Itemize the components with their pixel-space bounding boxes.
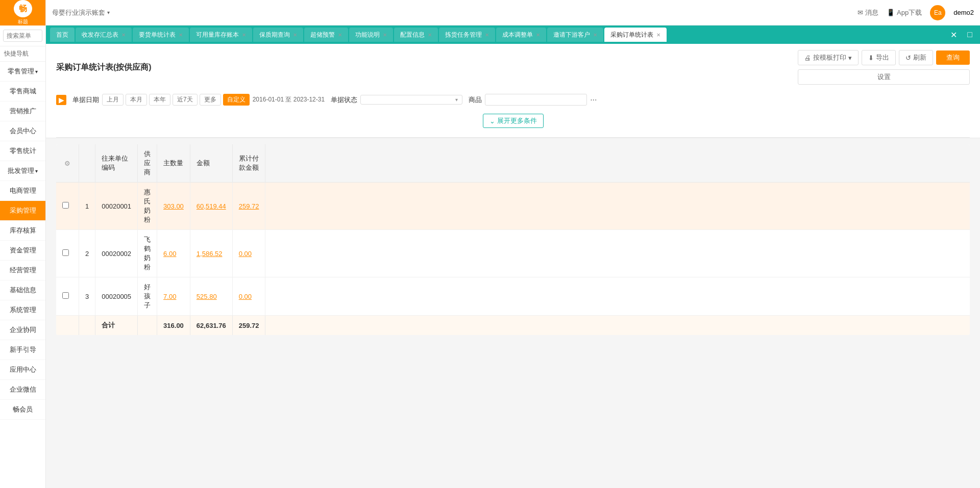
sidebar-item-new-guide[interactable]: 新手引导 [0, 340, 45, 360]
row-paid[interactable]: 0.00 [232, 277, 265, 316]
row-checkbox[interactable] [56, 230, 79, 277]
app-download-button[interactable]: 📱 App下载 [887, 8, 922, 17]
col-amount: 金额 [190, 144, 232, 183]
footer-label: 合计 [95, 316, 138, 336]
close-icon[interactable]: ✕ [536, 32, 540, 38]
tab-expiry[interactable]: 保质期查询 ✕ [253, 28, 303, 42]
sidebar-item-inventory-check[interactable]: 库存核算 [0, 221, 45, 241]
tab-purchase-stat[interactable]: 要货单统计表 ✕ [133, 28, 189, 42]
maximize-button[interactable]: □ [964, 29, 976, 41]
footer-empty2 [79, 316, 95, 336]
row-unit-code: 00020005 [95, 277, 138, 316]
sidebar-item-purchase[interactable]: 采购管理 [0, 201, 45, 221]
print-icon: 🖨 [804, 54, 811, 62]
row-amount[interactable]: 525.80 [190, 277, 232, 316]
date-this-year-button[interactable]: 本年 [149, 94, 170, 106]
sidebar-item-member[interactable]: 会员中心 [0, 121, 45, 141]
sidebar-item-app-center[interactable]: 应用中心 [0, 360, 45, 380]
close-icon[interactable]: ✕ [383, 32, 387, 38]
message-icon: ✉ [857, 9, 863, 16]
close-tab-button[interactable]: ✕ [947, 29, 960, 41]
goods-input[interactable] [485, 94, 587, 106]
col-supplier: 供应商 [138, 144, 157, 183]
chevron-down-icon: ▾ [35, 168, 38, 174]
sidebar-item-basic[interactable]: 基础信息 [0, 280, 45, 300]
row-paid[interactable]: 0.00 [232, 230, 265, 277]
close-icon[interactable]: ✕ [656, 32, 660, 38]
export-button[interactable]: ⬇ 导出 [862, 50, 896, 65]
tab-home[interactable]: 首页 [50, 28, 75, 42]
expand-filter-button[interactable]: ⌄ 展开更多条件 [483, 114, 544, 128]
sidebar-item-enterprise-wx[interactable]: 企业微信 [0, 380, 45, 400]
close-icon[interactable]: ✕ [428, 32, 432, 38]
chevron-down-icon: ▾ [848, 54, 852, 62]
close-icon[interactable]: ✕ [242, 32, 246, 38]
print-button[interactable]: 🖨 按模板打印 ▾ [798, 50, 859, 65]
setting-button[interactable]: 设置 [798, 69, 970, 85]
data-table: ⚙ 往来单位编码 供应商 主数量 金额 累计付款金额 1 00020001 [56, 144, 970, 335]
row-checkbox[interactable] [56, 277, 79, 316]
sidebar-search[interactable] [0, 25, 45, 46]
sidebar-item-member2[interactable]: 畅会员 [0, 400, 45, 420]
sidebar-item-marketing[interactable]: 营销推广 [0, 101, 45, 121]
tab-purchase-order[interactable]: 采购订单统计表 ✕ [604, 28, 667, 42]
date-more-button[interactable]: 更多 [200, 94, 221, 106]
date-custom-button[interactable]: 自定义 [223, 94, 250, 106]
row-extra [265, 230, 970, 277]
tab-receive[interactable]: 收发存汇总表 ✕ [76, 28, 132, 42]
date-7days-button[interactable]: 近7天 [173, 94, 198, 106]
avatar[interactable]: Ea [930, 5, 945, 20]
close-icon[interactable]: ✕ [338, 32, 342, 38]
row-checkbox[interactable] [56, 183, 79, 230]
sidebar-item-retail-mall[interactable]: 零售商城 [0, 82, 45, 101]
top-nav: 母婴行业演示账套 ▾ ✉ 消息 📱 App下载 Ea demo2 [46, 0, 980, 25]
date-this-month-button[interactable]: 本月 [126, 94, 147, 106]
close-icon[interactable]: ✕ [179, 32, 183, 38]
close-icon[interactable]: ✕ [593, 32, 597, 38]
close-icon[interactable]: ✕ [121, 32, 126, 38]
row-unit-code: 00020001 [95, 183, 138, 230]
sidebar-item-retail-mgmt[interactable]: 零售管理 ▾ [0, 62, 45, 82]
status-select[interactable]: ▾ [360, 95, 462, 105]
row-amount[interactable]: 60,519.44 [190, 183, 232, 230]
tab-bar: 首页 收发存汇总表 ✕ 要货单统计表 ✕ 可用量库存账本 ✕ 保质期查询 ✕ 超… [46, 25, 980, 44]
row-amount[interactable]: 1,586.52 [190, 230, 232, 277]
breadcrumb-select[interactable]: 母婴行业演示账套 ▾ [52, 8, 110, 17]
sidebar-item-system[interactable]: 系统管理 [0, 300, 45, 320]
row-qty[interactable]: 6.00 [157, 230, 190, 277]
goods-filter: 商品 ··· [469, 94, 597, 106]
row-paid[interactable]: 259.72 [232, 183, 265, 230]
row-qty[interactable]: 7.00 [157, 277, 190, 316]
message-button[interactable]: ✉ 消息 [857, 8, 878, 17]
search-input[interactable] [3, 30, 42, 42]
row-qty[interactable]: 303.00 [157, 183, 190, 230]
date-quick-buttons: 上月 本月 本年 近7天 更多 自定义 [102, 94, 250, 106]
sidebar-item-finance[interactable]: 资金管理 [0, 241, 45, 261]
settings-icon[interactable]: ⚙ [62, 158, 72, 168]
tab-cost[interactable]: 成本调整单 ✕ [496, 28, 546, 42]
tab-task[interactable]: 拣货任务管理 ✕ [439, 28, 495, 42]
sidebar-item-enterprise[interactable]: 企业协同 [0, 320, 45, 340]
tab-function[interactable]: 功能说明 ✕ [349, 28, 393, 42]
sidebar-item-wholesale[interactable]: 批发管理 ▾ [0, 161, 45, 181]
date-prev-month-button[interactable]: 上月 [102, 94, 124, 106]
logo-icon: 畅 [14, 0, 32, 17]
username: demo2 [953, 9, 974, 16]
close-icon[interactable]: ✕ [485, 32, 489, 38]
sidebar-item-operations[interactable]: 经营管理 [0, 261, 45, 280]
tab-inventory[interactable]: 可用量库存账本 ✕ [190, 28, 252, 42]
close-icon[interactable]: ✕ [293, 32, 297, 38]
sidebar-item-ecommerce[interactable]: 电商管理 [0, 181, 45, 201]
sidebar-item-retail-stat[interactable]: 零售统计 [0, 141, 45, 161]
row-supplier: 惠氏奶粉 [138, 183, 157, 230]
tab-invite[interactable]: 邀请下游客户 ✕ [547, 28, 603, 42]
refresh-button[interactable]: ↺ 刷新 [899, 50, 933, 65]
toggle-filter-button[interactable]: ▶ [56, 95, 66, 105]
tab-controls: ✕ □ [947, 29, 976, 41]
page-header: 采购订单统计表(按供应商) 🖨 按模板打印 ▾ ⬇ 导出 [46, 44, 980, 138]
more-options-icon[interactable]: ··· [590, 95, 597, 105]
query-button[interactable]: 查询 [936, 50, 970, 65]
tab-overstock[interactable]: 超储预警 ✕ [304, 28, 348, 42]
tab-config[interactable]: 配置信息 ✕ [394, 28, 438, 42]
sidebar-item-quick-nav[interactable]: 快捷导航 [0, 46, 45, 62]
